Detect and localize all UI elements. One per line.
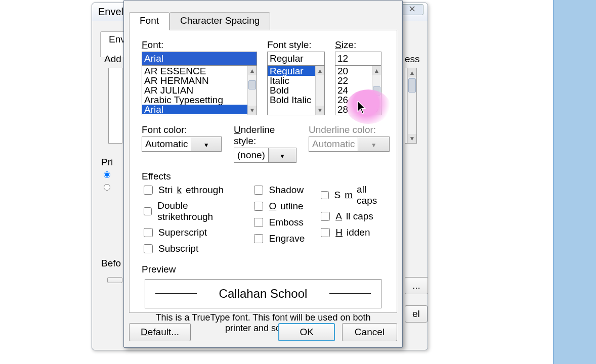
font-style-listbox[interactable]: Regular Italic Bold Bold Italic ▲▼ xyxy=(267,66,325,115)
underline-style-label: Underline style: xyxy=(234,124,296,147)
preview-box: Callahan School xyxy=(145,279,381,308)
underline-color-combo: Automatic ▼ xyxy=(309,136,390,152)
underline-color-value: Automatic xyxy=(309,137,358,151)
font-item[interactable]: AR ESSENCE xyxy=(142,66,257,76)
tab-character-spacing[interactable]: Character Spacing xyxy=(169,12,270,30)
bg-radio-2[interactable] xyxy=(101,182,113,193)
checkbox-all-caps[interactable]: All caps xyxy=(319,210,385,222)
scroll-thumb[interactable] xyxy=(248,80,256,89)
dialog-button-row: Default... OK Cancel xyxy=(129,323,397,341)
default-button[interactable]: Default... xyxy=(129,323,191,341)
scroll-down-icon[interactable]: ▼ xyxy=(248,106,257,115)
bg-button-left[interactable] xyxy=(107,277,122,283)
font-style-input[interactable] xyxy=(267,52,325,66)
font-label: Font: xyxy=(142,39,257,51)
preview-line-right xyxy=(329,293,371,294)
chevron-down-icon: ▼ xyxy=(358,137,389,151)
cancel-button[interactable]: Cancel xyxy=(342,323,397,341)
size-label: Size: xyxy=(335,39,381,51)
scrollbar[interactable]: ▲▼ xyxy=(247,66,257,115)
tab-font[interactable]: Font xyxy=(129,12,169,30)
font-item[interactable]: Arabic Typesetting xyxy=(142,95,257,105)
bg-ess-label: ess xyxy=(405,54,420,65)
checkbox-hidden[interactable]: Hidden xyxy=(319,226,385,239)
ok-button[interactable]: OK xyxy=(278,323,334,341)
tab-bar: FontCharacter Spacing Font: AR ESSENCE A… xyxy=(129,12,397,313)
scroll-up-icon[interactable]: ▲ xyxy=(316,66,324,75)
bg-address-label: Add xyxy=(104,54,121,65)
scroll-down-icon[interactable]: ▼ xyxy=(372,106,381,115)
checkbox-double-strikethrough[interactable]: Double strikethrough xyxy=(142,200,238,222)
underline-color-label: Underline color: xyxy=(309,124,390,135)
font-input[interactable] xyxy=(142,52,257,66)
chevron-down-icon: ▼ xyxy=(268,148,296,162)
checkbox-outline[interactable]: Outline xyxy=(252,200,305,212)
font-style-column: Font style: Regular Italic Bold Bold Ita… xyxy=(267,39,325,115)
size-column: Size: 20 22 24 26 28 ▲▼ xyxy=(335,39,381,115)
font-color-combo[interactable]: Automatic ▼ xyxy=(142,136,222,152)
scroll-thumb[interactable] xyxy=(373,86,380,96)
bg-button-cancel-tail[interactable]: el xyxy=(405,305,428,323)
bg-print-group: Pri xyxy=(101,157,113,195)
underline-style-combo[interactable]: (none) ▼ xyxy=(234,148,296,163)
font-listbox[interactable]: AR ESSENCE AR HERMANN AR JULIAN Arabic T… xyxy=(142,66,257,115)
chevron-down-icon: ▼ xyxy=(191,137,221,151)
scrollbar[interactable]: ▲▼ xyxy=(315,66,324,115)
bg-right-textarea[interactable]: ▲▼ xyxy=(405,68,417,144)
preview-text: Callahan School xyxy=(219,287,308,301)
bg-before-label: Befo xyxy=(101,258,121,269)
preview-line-left xyxy=(155,293,197,294)
checkbox-emboss[interactable]: Emboss xyxy=(252,216,305,229)
tab-panel-font: Font: AR ESSENCE AR HERMANN AR JULIAN Ar… xyxy=(129,30,397,313)
bg-radio-1[interactable] xyxy=(101,169,113,180)
bg-button-dots[interactable]: ... xyxy=(405,277,428,294)
size-listbox[interactable]: 20 22 24 26 28 ▲▼ xyxy=(335,66,381,115)
checkbox-subscript[interactable]: Subscript xyxy=(142,243,238,255)
scroll-up-icon[interactable]: ▲ xyxy=(372,66,381,75)
checkbox-small-caps[interactable]: Small caps xyxy=(319,184,385,206)
side-bar xyxy=(553,0,596,364)
size-input[interactable] xyxy=(335,52,381,66)
scroll-down-icon[interactable]: ▼ xyxy=(316,106,324,115)
scroll-up-icon[interactable]: ▲ xyxy=(248,66,257,75)
underline-style-value: (none) xyxy=(234,148,268,162)
checkbox-shadow[interactable]: Shadow xyxy=(252,184,305,196)
scrollbar[interactable]: ▲▼ xyxy=(372,66,381,115)
checkbox-superscript[interactable]: Superscript xyxy=(142,226,238,239)
font-style-label: Font style: xyxy=(267,39,325,51)
bg-address-textarea[interactable] xyxy=(108,68,122,144)
font-item-selected[interactable]: Arial xyxy=(142,105,257,114)
font-column: Font: AR ESSENCE AR HERMANN AR JULIAN Ar… xyxy=(142,39,257,115)
close-button[interactable]: ✕ xyxy=(400,4,423,15)
checkbox-engrave[interactable]: Engrave xyxy=(252,233,305,245)
effects-grid: Strikethrough Double strikethrough Super… xyxy=(142,184,385,255)
font-dialog: FontCharacter Spacing Font: AR ESSENCE A… xyxy=(123,0,403,348)
checkbox-strikethrough[interactable]: Strikethrough xyxy=(142,184,238,196)
font-color-value: Automatic xyxy=(142,137,191,151)
font-item[interactable]: AR HERMANN xyxy=(142,76,257,85)
preview-header: Preview xyxy=(142,264,385,275)
effects-header: Effects xyxy=(142,171,385,182)
font-item[interactable]: AR JULIAN xyxy=(142,85,257,95)
font-color-label: Font color: xyxy=(142,124,222,135)
